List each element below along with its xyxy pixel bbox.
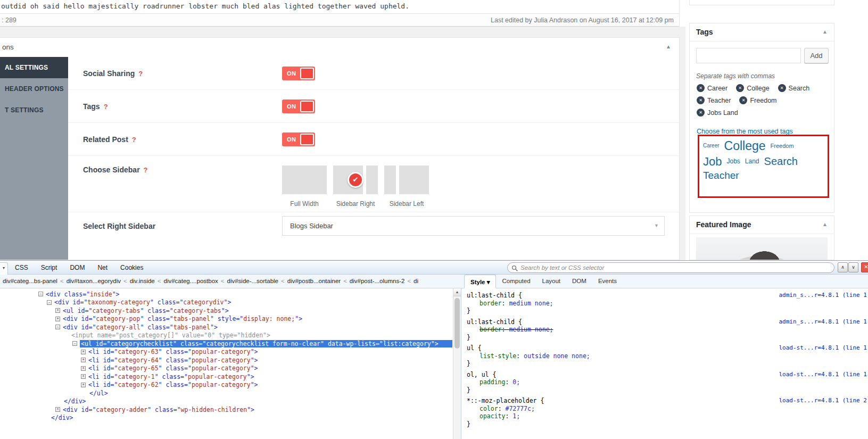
dom-tree-node[interactable]: +<ul id="category-tabs" class="category-… <box>55 307 452 315</box>
sidebar-tab-general-settings[interactable]: AL SETTINGS <box>0 57 68 78</box>
expand-toggle-icon[interactable]: - <box>55 325 60 329</box>
expand-toggle-icon[interactable]: + <box>81 366 86 371</box>
remove-tag-icon[interactable]: ✕ <box>778 84 786 92</box>
dom-tree-node[interactable]: +<li id="category-62" class="popular-cat… <box>81 381 452 390</box>
style-pane-tab-computed[interactable]: Computed <box>496 275 536 288</box>
add-tag-button[interactable]: Add <box>804 48 829 63</box>
social-sharing-toggle[interactable]: ON <box>282 67 315 80</box>
breadcrumb-item[interactable]: div#categ....postbox <box>163 278 218 284</box>
firebug-tab-css[interactable]: CSS <box>9 264 35 271</box>
help-icon[interactable]: ? <box>104 103 108 111</box>
expand-toggle-icon[interactable]: + <box>81 383 86 387</box>
dom-tree-node[interactable]: -<div id="category-all" class="tabs-pane… <box>55 323 452 332</box>
editor-content-text[interactable]: outdid oh said hello majestically roadru… <box>1 2 409 10</box>
layout-thumb <box>366 165 378 194</box>
dom-tree-node[interactable]: </div> <box>64 397 452 406</box>
dom-tree-node[interactable]: </ul> <box>89 389 452 397</box>
breadcrumb-item[interactable]: div#categ...bs-panel <box>3 278 57 284</box>
style-pane-tab-dom[interactable]: DOM <box>566 275 592 288</box>
tag-cloud-item[interactable]: Freedom <box>771 143 794 150</box>
expand-toggle-icon[interactable]: + <box>55 407 60 412</box>
expand-toggle-icon[interactable]: + <box>55 317 60 321</box>
search-input[interactable] <box>520 263 829 272</box>
tree-scrollbar[interactable]: ▲ <box>453 288 461 439</box>
style-pane-tab-events[interactable]: Events <box>592 275 623 288</box>
tag-cloud-item[interactable]: Teacher <box>703 169 739 182</box>
featured-image-panel-header[interactable]: Featured Image ▲ <box>690 216 834 234</box>
expand-toggle-icon[interactable]: + <box>81 350 86 354</box>
layout-option-full-width[interactable]: Full Width <box>282 165 327 208</box>
scrollbar-thumb[interactable] <box>454 298 460 349</box>
collapse-arrow-icon[interactable]: ▲ <box>822 29 828 35</box>
firebug-tab-net[interactable]: Net <box>91 264 114 271</box>
scroll-up-icon[interactable]: ▲ <box>453 288 461 296</box>
help-icon[interactable]: ? <box>144 166 148 174</box>
breadcrumb-item[interactable]: div#postb...ontainer <box>287 278 341 284</box>
breadcrumb-item[interactable]: div#side-...sortable <box>227 278 279 284</box>
firebug-tab-dom[interactable]: DOM <box>63 264 91 271</box>
firebug-menu-icon[interactable]: ▾ <box>0 262 8 275</box>
search-prev-button[interactable]: ∧ <box>838 262 848 272</box>
dom-tree-node[interactable]: +<div id="category-pop" class="tabs-pane… <box>55 315 452 324</box>
dom-tree-node[interactable]: +<li id="category-64" class="popular-cat… <box>81 356 452 365</box>
related-post-toggle[interactable]: ON <box>282 132 315 146</box>
editor-status-row: : 289 Last edited by Julia Andrason on A… <box>0 14 679 27</box>
css-source-link[interactable]: load-st...r=4.8.1 (line 1 <box>779 344 867 352</box>
css-source-link[interactable]: admin_s...r=4.8.1 (line 1 <box>779 318 867 326</box>
breadcrumb-item[interactable]: div#taxon...egorydiv <box>67 278 121 284</box>
dom-tree-node[interactable]: -<div class="inside"> <box>38 290 452 299</box>
options-sidebar: AL SETTINGS HEADER OPTIONS T SETTINGS <box>0 57 68 260</box>
dom-tree-node[interactable]: +<li id="category-1" class="popular-cate… <box>81 372 452 381</box>
remove-tag-icon[interactable]: ✕ <box>736 84 744 92</box>
expand-toggle-icon[interactable]: - <box>47 300 52 305</box>
featured-image-preview[interactable] <box>696 237 828 260</box>
dom-tree-node[interactable]: +<div id="category-adder" class="wp-hidd… <box>55 405 452 414</box>
collapse-arrow-icon[interactable]: ▲ <box>666 44 671 49</box>
tag-cloud-item[interactable]: Land <box>745 158 759 165</box>
tags-panel-header[interactable]: Tags ▲ <box>690 23 834 42</box>
search-next-button[interactable]: ∨ <box>848 262 858 272</box>
style-pane-tab-style[interactable]: Style ▾ <box>464 275 496 288</box>
tags-toggle[interactable]: ON <box>282 100 315 113</box>
firebug-tab-script[interactable]: Script <box>35 264 64 271</box>
tag-cloud-item[interactable]: Jobs <box>726 158 740 165</box>
breadcrumb-item[interactable]: di <box>414 278 418 284</box>
dom-tree-node[interactable]: +<li id="category-63" class="popular-cat… <box>81 348 452 357</box>
expand-toggle-icon[interactable]: - <box>72 341 77 346</box>
css-source-link[interactable]: load-st...r=4.8.1 (line 1 <box>779 371 867 379</box>
expand-toggle-icon[interactable]: + <box>81 358 86 362</box>
dom-tree-node[interactable]: -<ul id="categorychecklist" class="categ… <box>72 339 452 348</box>
breadcrumb-item[interactable]: div.inside <box>130 278 155 284</box>
style-pane-tab-layout[interactable]: Layout <box>536 275 567 288</box>
tag-cloud-item[interactable]: Career <box>703 143 720 150</box>
help-icon[interactable]: ? <box>132 136 136 144</box>
layout-option-sidebar-right[interactable]: ✔ Sidebar Right <box>333 165 378 208</box>
new-tag-input[interactable] <box>696 48 801 63</box>
expand-toggle-icon[interactable]: + <box>55 308 60 313</box>
sidebar-tab-settings[interactable]: T SETTINGS <box>0 100 68 121</box>
firebug-tab-cookies[interactable]: Cookies <box>114 264 150 271</box>
dom-tree-node[interactable]: </div> <box>51 414 452 423</box>
remove-tag-icon[interactable]: ✕ <box>697 109 705 117</box>
expand-toggle-icon[interactable]: - <box>38 292 43 296</box>
right-sidebar-select[interactable]: Blogs Sidebar ▼ <box>282 216 665 236</box>
close-panel-button[interactable]: ✕ <box>861 262 868 272</box>
most-used-tags-link[interactable]: Choose from the most used tags <box>697 128 793 135</box>
help-icon[interactable]: ? <box>138 70 143 78</box>
dom-tree-node[interactable]: <input name="post_category[]" value="0" … <box>71 332 452 340</box>
remove-tag-icon[interactable]: ✕ <box>697 84 705 92</box>
tag-cloud-item[interactable]: College <box>724 138 766 154</box>
dom-tree-node[interactable]: -<div id="taxonomy-category" class="cate… <box>47 299 452 307</box>
sidebar-tab-header-options[interactable]: HEADER OPTIONS <box>0 78 68 100</box>
css-source-link[interactable]: admin_s...r=4.8.1 (line 1 <box>779 292 867 300</box>
dom-tree-node[interactable]: +<li id="category-65" class="popular-cat… <box>81 365 452 373</box>
tag-cloud-item[interactable]: Job <box>703 154 722 169</box>
css-source-link[interactable]: load-st...r=4.8.1 (line 2 <box>779 397 867 405</box>
remove-tag-icon[interactable]: ✕ <box>697 96 705 104</box>
layout-option-sidebar-left[interactable]: Sidebar Left <box>384 165 429 208</box>
remove-tag-icon[interactable]: ✕ <box>739 96 747 104</box>
expand-toggle-icon[interactable]: + <box>81 374 86 379</box>
breadcrumb-item[interactable]: div#post-...olumns-2 <box>350 278 405 284</box>
tag-cloud-item[interactable]: Search <box>764 155 798 168</box>
collapse-arrow-icon[interactable]: ▲ <box>822 221 828 227</box>
